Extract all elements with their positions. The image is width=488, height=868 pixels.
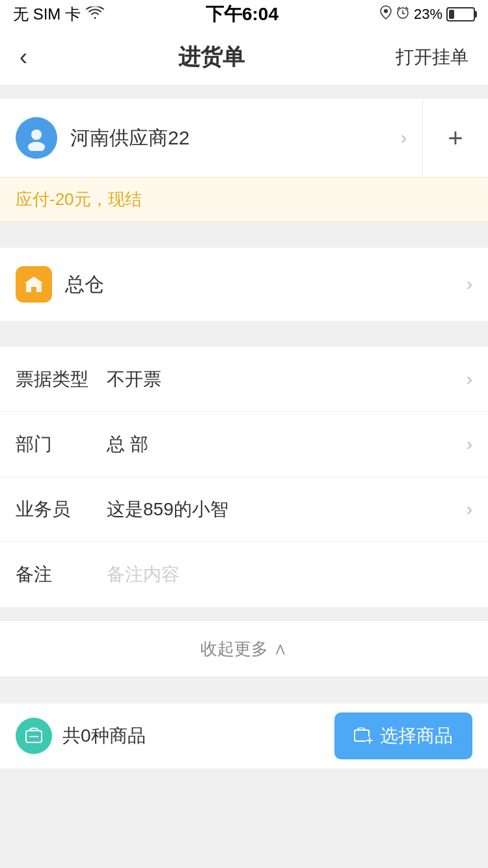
notice-text: 应付-20元，现结 — [16, 189, 142, 209]
salesperson-row[interactable]: 业务员 这是859的小智 › — [0, 477, 488, 542]
back-button[interactable]: ‹ — [20, 44, 27, 71]
bottom-bar: 共0种商品 选择商品 — [0, 703, 488, 768]
add-supplier-button[interactable]: + — [423, 124, 488, 153]
dept-chevron-icon: › — [467, 434, 472, 455]
nav-bar: ‹ 进货单 打开挂单 — [0, 29, 488, 86]
wifi-icon — [86, 5, 104, 23]
collapse-label: 收起更多 ∧ — [200, 638, 287, 660]
carrier-label: 无 SIM 卡 — [13, 4, 81, 25]
supplier-chevron-icon: › — [401, 128, 407, 148]
alarm-icon — [396, 5, 410, 23]
dept-value: 总 部 — [94, 432, 460, 457]
supplier-avatar — [16, 117, 57, 159]
status-bar: 无 SIM 卡 下午6:04 — [0, 0, 488, 29]
svg-marker-7 — [25, 277, 43, 283]
product-icon — [16, 718, 52, 754]
status-right: 23% — [380, 5, 475, 23]
supplier-selector[interactable]: 河南供应商22 › — [0, 99, 423, 177]
warehouse-icon — [16, 266, 52, 303]
salesperson-value: 这是859的小智 — [94, 497, 460, 522]
invoice-chevron-icon: › — [467, 369, 472, 390]
remark-row[interactable]: 备注 备注内容 — [0, 542, 488, 607]
battery-icon — [446, 7, 475, 21]
section-gap-2 — [0, 222, 488, 235]
supplier-section: 河南供应商22 › + — [0, 99, 488, 177]
warehouse-selector[interactable]: 总仓 › — [0, 248, 488, 321]
form-section: 票据类型 不开票 › 部门 总 部 › 业务员 这是859的小智 › 备注 备注… — [0, 347, 488, 607]
svg-rect-8 — [31, 287, 36, 292]
dept-row[interactable]: 部门 总 部 › — [0, 412, 488, 477]
salesperson-chevron-icon: › — [467, 499, 472, 520]
location-icon — [380, 5, 392, 23]
page-title: 进货单 — [178, 42, 245, 72]
svg-point-4 — [31, 129, 42, 140]
section-gap-4 — [0, 677, 488, 690]
notice-banner: 应付-20元，现结 — [0, 177, 488, 222]
dept-label: 部门 — [16, 432, 94, 457]
select-product-button[interactable]: 选择商品 — [334, 712, 472, 759]
svg-point-0 — [384, 9, 388, 13]
invoice-label: 票据类型 — [16, 367, 94, 392]
remark-label: 备注 — [16, 562, 94, 587]
svg-point-5 — [28, 142, 45, 151]
select-product-label: 选择商品 — [380, 724, 453, 748]
section-gap-1 — [0, 86, 488, 99]
product-count: 共0种商品 — [62, 724, 334, 748]
remark-input[interactable]: 备注内容 — [94, 562, 472, 587]
warehouse-chevron-icon: › — [467, 274, 472, 295]
status-time: 下午6:04 — [206, 2, 278, 27]
battery-pct: 23% — [414, 6, 442, 23]
status-left: 无 SIM 卡 — [13, 4, 104, 25]
invoice-row[interactable]: 票据类型 不开票 › — [0, 347, 488, 412]
salesperson-label: 业务员 — [16, 497, 94, 522]
supplier-name: 河南供应商22 — [70, 125, 394, 152]
collapse-row[interactable]: 收起更多 ∧ — [0, 620, 488, 677]
warehouse-name: 总仓 — [65, 271, 460, 298]
open-pending-button[interactable]: 打开挂单 — [396, 45, 468, 70]
section-gap-3 — [0, 321, 488, 334]
invoice-value: 不开票 — [94, 367, 460, 392]
